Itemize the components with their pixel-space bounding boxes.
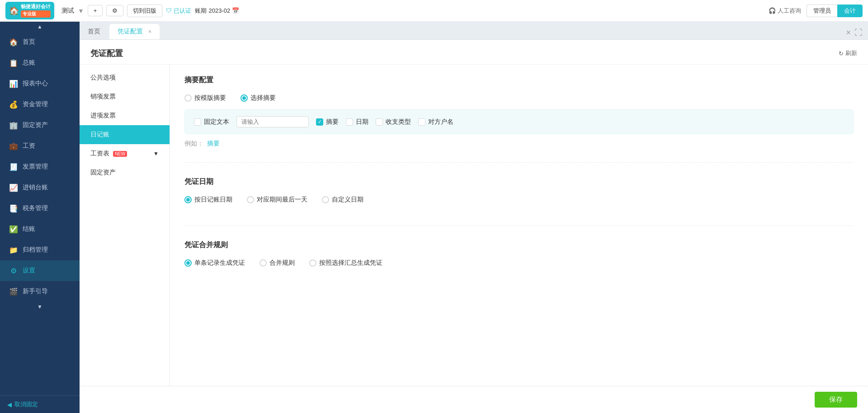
sidebar-label-tax: 税务管理 [23,204,48,212]
checkbox-box-counterparty [418,118,425,126]
tax-icon: 📑 [9,204,18,213]
headset-icon: 🎧 [769,7,776,14]
radio-journal-date[interactable]: 按日记账日期 [184,196,232,204]
checkbox-box-fixed-text [194,118,201,126]
sidebar-item-settings[interactable]: ⚙ 设置 [0,260,80,281]
save-button[interactable]: 保存 [815,392,857,408]
radio-circle-single [184,259,192,267]
manager-button[interactable]: 管理员 [807,5,837,17]
dropdown-icon[interactable]: ▼ [78,7,84,14]
close-window-button[interactable]: × [846,28,851,38]
summary-checkbox-row: 固定文本 摘要 日期 [184,109,854,134]
sidebar-item-tax[interactable]: 📑 税务管理 [0,198,80,219]
guide-icon: 🎬 [9,287,18,296]
sidebar-label-reports: 报表中心 [23,80,48,88]
cancel-fixed-icon: ◀ [7,401,12,408]
refresh-button[interactable]: ↻ 刷新 [839,49,857,57]
checkbox-counterparty[interactable]: 对方户名 [418,118,453,126]
settlement-icon: ✅ [9,225,18,234]
service-button[interactable]: 🎧 人工咨询 [769,7,801,15]
accountant-button[interactable]: 会计 [837,5,863,17]
invoice-icon: 🧾 [9,162,18,171]
sidebar-scroll-down[interactable]: ▼ [0,302,80,312]
left-nav-payroll-table[interactable]: 工资表 NEW ▼ [80,144,170,163]
sidebar-item-home[interactable]: 🏠 首页 [0,32,80,52]
tab-actions: × ⛶ [840,28,868,39]
sidebar-label-settings: 设置 [23,267,35,275]
radio-summary-generate[interactable]: 按照选择汇总生成凭证 [309,259,382,267]
radio-merge-rule[interactable]: 合并规则 [259,259,295,267]
sidebar-scroll-up[interactable]: ▲ [0,22,80,32]
sidebar-item-archive[interactable]: 📁 归档管理 [0,239,80,260]
user-buttons: 管理员 会计 [807,5,863,17]
radio-template-summary[interactable]: 按模版摘要 [184,94,226,102]
summary-radio-group: 按模版摘要 选择摘要 [184,94,854,102]
sidebar-item-fixed-assets[interactable]: 🏢 固定资产 [0,115,80,136]
date-radio-group: 按日记账日期 对应期间最后一天 自定义日期 [184,196,854,204]
capital-icon: 💰 [9,100,18,109]
sidebar: ▲ 🏠 首页 📋 总账 📊 报表中心 💰 资金管理 🏢 固定资产 💼 工资 🧾 … [0,22,80,413]
calendar-icon[interactable]: 📅 [232,7,239,14]
sidebar-item-purchase-sale[interactable]: 📈 进销台账 [0,177,80,198]
cancel-fixed-label: 取消固定 [14,400,38,408]
add-button[interactable]: + [88,5,103,16]
left-nav: 公共选项 销项发票 进项发票 日记账 工资表 [80,65,170,386]
left-nav-purchase-invoice[interactable]: 进项发票 [80,106,170,125]
merge-section-title: 凭证合并规则 [184,240,854,250]
tab-close-icon[interactable]: × [148,28,151,35]
page-title: 凭证配置 [90,48,123,59]
page-header: 凭证配置 ↻ 刷新 [80,40,868,65]
section-summary: 摘要配置 按模版摘要 选择摘要 [184,75,854,163]
left-nav-sales-invoice[interactable]: 销项发票 [80,87,170,106]
checkbox-date[interactable]: 日期 [346,118,368,126]
two-panel: 公共选项 销项发票 进项发票 日记账 工资表 [80,65,868,386]
sidebar-item-payroll[interactable]: 💼 工资 [0,136,80,156]
page-wrapper: 凭证配置 ↻ 刷新 公共选项 销项发票 进项发票 [80,40,868,413]
settings-button[interactable]: ⚙ [106,5,123,16]
sidebar-item-guide[interactable]: 🎬 新手引导 [0,281,80,302]
certified-badge: 🛡 已认证 [166,7,191,15]
sidebar-item-reports[interactable]: 📊 报表中心 [0,73,80,94]
payroll-table-label-group: 工资表 NEW [90,150,127,158]
content-area: 首页 凭证配置 × × ⛶ 凭证配置 ↻ 刷新 [80,22,868,413]
left-nav-journal[interactable]: 日记账 [80,125,170,144]
checkbox-fixed-text[interactable]: 固定文本 [194,118,229,126]
fixed-assets-icon: 🏢 [9,121,18,130]
date-section-title: 凭证日期 [184,177,854,187]
radio-select-summary[interactable]: 选择摘要 [241,94,276,102]
app-logo: 🏠 畅捷通好会计 专业版 [5,2,54,19]
sidebar-item-capital[interactable]: 💰 资金管理 [0,94,80,115]
radio-single-record[interactable]: 单条记录生成凭证 [184,259,245,267]
radio-circle-merge-rule [259,259,267,267]
sidebar-label-purchase-sale: 进销台账 [23,183,48,192]
cancel-fixed-button[interactable]: ◀ 取消固定 [0,395,80,413]
topbar-right: 🎧 人工咨询 管理员 会计 [769,5,863,17]
checkbox-income-type[interactable]: 收支类型 [376,118,411,126]
checkbox-summary[interactable]: 摘要 [316,118,339,126]
sidebar-item-invoice[interactable]: 🧾 发票管理 [0,156,80,177]
tab-voucher-config[interactable]: 凭证配置 × [109,24,160,39]
home-icon: 🏠 [9,38,18,47]
radio-last-day[interactable]: 对应期间最后一天 [247,196,307,204]
checkbox-box-summary [316,118,323,126]
radio-custom-date[interactable]: 自定义日期 [322,196,363,204]
main-layout: ▲ 🏠 首页 📋 总账 📊 报表中心 💰 资金管理 🏢 固定资产 💼 工资 🧾 … [0,22,868,413]
switch-version-button[interactable]: 切到旧版 [127,5,162,17]
archive-icon: 📁 [9,245,18,254]
checkbox-box-date [346,118,353,126]
sidebar-item-ledger[interactable]: 📋 总账 [0,52,80,73]
fullscreen-button[interactable]: ⛶ [854,28,863,38]
sidebar-label-capital: 资金管理 [23,100,48,108]
sidebar-label-ledger: 总账 [23,59,35,67]
left-nav-public[interactable]: 公共选项 [80,68,170,87]
ledger-icon: 📋 [9,58,18,67]
radio-circle-journal-date [184,196,192,203]
sidebar-item-settlement[interactable]: ✅ 结账 [0,219,80,239]
sidebar-label-guide: 新手引导 [23,287,48,296]
radio-circle-template [184,94,192,102]
sidebar-label-fixed-assets: 固定资产 [23,121,48,129]
left-nav-fixed-asset[interactable]: 固定资产 [80,163,170,182]
fixed-text-input[interactable] [236,116,309,127]
tab-home[interactable]: 首页 [80,24,108,39]
summary-section-title: 摘要配置 [184,75,854,85]
